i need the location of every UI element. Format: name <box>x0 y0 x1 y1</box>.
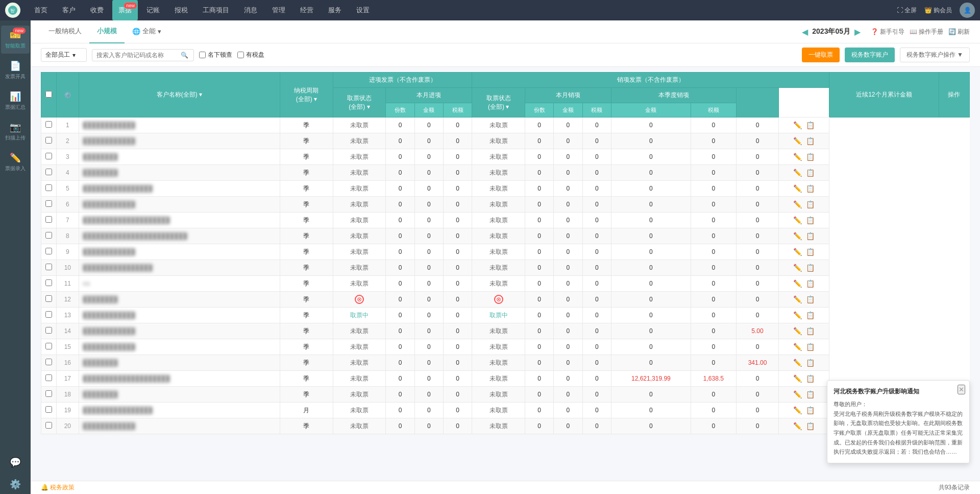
copy-btn[interactable]: 📋 <box>805 389 816 399</box>
copy-btn[interactable]: 📋 <box>805 168 816 178</box>
customer-name-cell[interactable]: ████████████████ <box>79 403 280 418</box>
customer-name-header[interactable]: 客户名称(全部) ▾ <box>79 73 280 117</box>
register-checkbox[interactable] <box>199 52 206 58</box>
row-checkbox[interactable] <box>45 327 52 334</box>
copy-btn[interactable]: 📋 <box>805 342 816 352</box>
select-all-checkbox[interactable] <box>45 91 52 98</box>
customer-name-cell[interactable]: ████████ <box>79 292 280 308</box>
copy-btn[interactable]: 📋 <box>805 373 816 384</box>
customer-name-cell[interactable]: ea <box>79 276 280 292</box>
sidebar-item-chat[interactable]: 💬 <box>1 453 30 472</box>
row-checkbox[interactable] <box>45 359 52 365</box>
customer-name-cell[interactable]: ████████ <box>79 149 280 165</box>
copy-btn[interactable]: 📋 <box>805 326 816 336</box>
row-checkbox[interactable] <box>45 390 52 397</box>
nav-manage[interactable]: 管理 <box>266 0 291 20</box>
row-checkbox[interactable] <box>45 184 52 191</box>
copy-btn[interactable]: 📋 <box>805 183 816 194</box>
customer-name-cell[interactable]: ████████████████ <box>79 260 280 276</box>
edit-btn[interactable]: ✏️ <box>792 231 803 241</box>
row-checkbox[interactable] <box>45 153 52 159</box>
customer-name-cell[interactable]: ████████████ <box>79 133 280 149</box>
customer-name-cell[interactable]: ████████████ <box>79 244 280 260</box>
edit-btn[interactable]: ✏️ <box>792 373 803 384</box>
new-guide-btn[interactable]: ❓ 新手引导 <box>871 28 904 36</box>
edit-btn[interactable]: ✏️ <box>792 199 803 209</box>
customer-name-cell[interactable]: ████████████████████ <box>79 213 280 228</box>
employee-filter[interactable]: 全部员工 ▾ <box>41 48 87 62</box>
digital-account-btn[interactable]: 税务数字账户 <box>845 48 895 62</box>
next-month-btn[interactable]: ▶ <box>854 27 861 37</box>
nav-biz[interactable]: 工商项目 <box>197 0 235 20</box>
edit-btn[interactable]: ✏️ <box>792 326 803 336</box>
customer-name-cell[interactable]: ████████ <box>79 387 280 403</box>
edit-btn[interactable]: ✏️ <box>792 278 803 289</box>
notification-close-btn[interactable]: ✕ <box>958 385 965 394</box>
edit-btn[interactable]: ✏️ <box>792 263 803 273</box>
row-checkbox[interactable] <box>45 311 52 318</box>
copy-btn[interactable]: 📋 <box>805 405 816 415</box>
nav-home[interactable]: 首页 <box>28 0 54 20</box>
row-checkbox[interactable] <box>45 232 52 239</box>
row-checkbox[interactable] <box>45 137 52 144</box>
digital-ops-btn[interactable]: 税务数字账户操作 ▼ <box>900 48 970 62</box>
sidebar-item-scan[interactable]: 📷 扫描上传 <box>1 117 30 146</box>
copy-btn[interactable]: 📋 <box>805 215 816 225</box>
customer-name-cell[interactable]: ████████████ <box>79 323 280 339</box>
customer-name-cell[interactable]: ████████████ <box>79 197 280 213</box>
edit-btn[interactable]: ✏️ <box>792 405 803 415</box>
row-checkbox[interactable] <box>45 343 52 349</box>
copy-btn[interactable]: 📋 <box>805 199 816 209</box>
register-check[interactable]: 名下顿查 <box>199 51 232 59</box>
row-checkbox[interactable] <box>45 169 52 175</box>
search-input[interactable] <box>96 52 178 59</box>
tab-all[interactable]: 🌐 全能 ▾ <box>125 20 169 43</box>
edit-btn[interactable]: ✏️ <box>792 120 803 130</box>
sidebar-item-entry[interactable]: ✏️ 票据录入 <box>1 148 30 176</box>
customer-name-cell[interactable]: ████████████████████ <box>79 371 280 387</box>
nav-service[interactable]: 服务 <box>322 0 348 20</box>
nav-settings[interactable]: 设置 <box>350 0 376 20</box>
copy-btn[interactable]: 📋 <box>805 294 816 304</box>
tax-checkbox[interactable] <box>237 52 244 58</box>
customer-name-cell[interactable]: ████████████ <box>79 339 280 355</box>
sidebar-item-gear[interactable]: ⚙️ <box>1 475 30 494</box>
customer-name-cell[interactable]: ████████████ <box>79 117 280 133</box>
row-checkbox[interactable] <box>45 279 52 286</box>
row-checkbox[interactable] <box>45 422 52 429</box>
row-checkbox[interactable] <box>45 406 52 413</box>
nav-customer[interactable]: 客户 <box>56 0 82 20</box>
sidebar-item-summary[interactable]: 📊 票据汇总 <box>1 87 30 115</box>
one-click-btn[interactable]: 一键取票 <box>802 48 840 62</box>
nav-operation[interactable]: 经营 <box>294 0 320 20</box>
tab-general-taxpayer[interactable]: 一般纳税人 <box>41 20 89 43</box>
user-avatar[interactable]: 👤 <box>960 3 975 18</box>
manual-btn[interactable]: 📖 操作手册 <box>910 28 943 36</box>
edit-btn[interactable]: ✏️ <box>792 294 803 304</box>
edit-btn[interactable]: ✏️ <box>792 389 803 399</box>
out-status-header[interactable]: 取票状态(全部) ▾ <box>472 88 525 117</box>
customer-name-cell[interactable]: ████████ <box>79 165 280 181</box>
copy-btn[interactable]: 📋 <box>805 278 816 289</box>
row-checkbox[interactable] <box>45 248 52 254</box>
copy-btn[interactable]: 📋 <box>805 120 816 130</box>
copy-btn[interactable]: 📋 <box>805 263 816 273</box>
row-checkbox[interactable] <box>45 295 52 302</box>
nav-message[interactable]: 消息 <box>238 0 263 20</box>
customer-name-cell[interactable]: ████████ <box>79 355 280 371</box>
customer-name-cell[interactable]: ████████████████████████ <box>79 228 280 244</box>
row-checkbox[interactable] <box>45 121 52 128</box>
prev-month-btn[interactable]: ◀ <box>802 27 808 37</box>
refresh-btn[interactable]: 🔄 刷新 <box>948 28 970 36</box>
copy-btn[interactable]: 📋 <box>805 152 816 162</box>
search-icon[interactable]: 🔍 <box>181 52 188 59</box>
sidebar-item-open-invoice[interactable]: 📄 发票开具 <box>1 56 30 84</box>
row-checkbox[interactable] <box>45 374 52 381</box>
tax-policy-link[interactable]: 🔔 税务政策 <box>41 483 75 492</box>
copy-btn[interactable]: 📋 <box>805 136 816 146</box>
copy-btn[interactable]: 📋 <box>805 358 816 368</box>
edit-btn[interactable]: ✏️ <box>792 421 803 431</box>
edit-btn[interactable]: ✏️ <box>792 136 803 146</box>
nav-invoice[interactable]: 票据 new <box>112 0 138 20</box>
tab-small-scale[interactable]: 小规模 <box>89 20 125 43</box>
